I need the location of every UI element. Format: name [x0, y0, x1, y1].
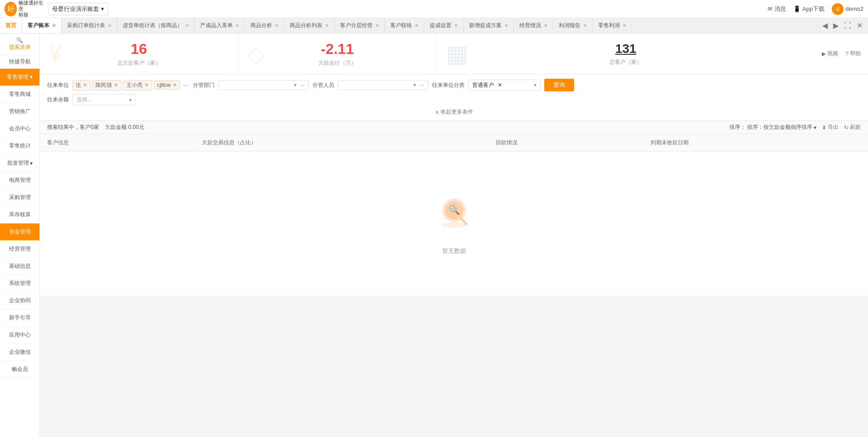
more-tags-btn[interactable]: ··· [182, 81, 189, 89]
filter-area: 往来单位 伍 ✕ 陈民强 ✕ 王小亮 ✕ cjttcw [40, 74, 868, 121]
remove-tag-wangxiaoliang[interactable]: ✕ [144, 82, 149, 88]
refresh-button[interactable]: ↻ 刷新 [844, 124, 861, 131]
message-icon: ✉ [767, 5, 772, 12]
more-person-icon[interactable]: ··· [420, 82, 424, 88]
sidebar-item-marketing[interactable]: 营销推广 [0, 103, 39, 120]
summary-bar: 搜索结果中，客户0家 欠款金额 0.00元 排序： 排序：按欠款金额倒序排序 ▾… [40, 121, 868, 134]
sidebar-item-retail-mgmt[interactable]: 零售管理 ▾ [0, 69, 39, 86]
workspace-selector[interactable]: 母婴行业演示账套 ▾ [48, 3, 108, 15]
tab-close-icon[interactable]: ✕ [504, 23, 508, 28]
tab-close-icon[interactable]: ✕ [185, 23, 189, 28]
sidebar-item-wechat[interactable]: 企业微信 [0, 344, 39, 361]
query-button[interactable]: 查询 [544, 79, 574, 91]
empty-text: 暂无数据 [442, 247, 466, 255]
remove-tag-chenminqiang[interactable]: ✕ [114, 82, 118, 88]
filter-tag-wu: 伍 ✕ [72, 80, 91, 90]
col-repayment: 回款情况 [489, 134, 643, 152]
sidebar-item-app-center[interactable]: 应用中心 [0, 327, 39, 344]
sidebar-search[interactable]: 🔍 搜索菜单 [0, 33, 39, 55]
tab-close-icon[interactable]: ✕ [375, 23, 379, 28]
sidebar-item-operations[interactable]: 经营管理 [0, 241, 39, 258]
tab-add-commission[interactable]: 新增提成方案 ✕ [464, 18, 514, 33]
sidebar-item-retail-store[interactable]: 零售商城 [0, 86, 39, 103]
tab-close-icon[interactable]: ✕ [583, 23, 587, 28]
filter-actions: ∧ 收起更多条件 [47, 108, 861, 116]
tab-product-analysis[interactable]: 商品分析 ✕ [245, 18, 284, 33]
filter-tag-wangxiaoliang: 王小亮 ✕ [123, 80, 152, 90]
sidebar-item-member[interactable]: 会员中心 [0, 120, 39, 138]
sidebar-item-ecommerce[interactable]: 电商管理 [0, 172, 39, 189]
message-action[interactable]: ✉ 消息 [767, 5, 786, 13]
tab-customer-account[interactable]: 客户账本 ✕ [22, 18, 62, 33]
tab-next-icon[interactable]: ▶ [831, 21, 840, 30]
tab-purchase-order[interactable]: 采购订单统计表 ✕ [62, 18, 117, 33]
more-dept-icon[interactable]: ··· [300, 82, 305, 88]
tab-product-entry[interactable]: 产成品入库单 ✕ [195, 18, 245, 33]
sort-selector[interactable]: 排序： 排序：按欠款金额倒序排序 ▾ [729, 124, 816, 131]
sidebar-item-member-vip[interactable]: 畅会员 [0, 361, 39, 378]
stat-bg-icon-3: ▦ [446, 40, 468, 67]
sidebar-item-inventory[interactable]: 库存核算 [0, 206, 39, 223]
tab-customer-layering[interactable]: 客户分层经营 ✕ [335, 18, 385, 33]
stat-total-debt: ◇ -2.11 欠款合计（万） [238, 33, 436, 74]
tab-close-all-icon[interactable]: ✕ [855, 21, 864, 30]
tab-prev-icon[interactable]: ◀ [820, 21, 830, 30]
sidebar-item-retail-stats[interactable]: 零售统计 [0, 138, 39, 155]
filter-unit-label: 往来单位 [47, 81, 69, 89]
tab-commission-settings[interactable]: 提成设置 ✕ [424, 18, 464, 33]
logo-area: 好 畅捷通好生意 标版 [5, 0, 44, 18]
sidebar-item-finance[interactable]: 资金管理 [0, 223, 39, 241]
tab-business-status[interactable]: 经营情况 ✕ [514, 18, 553, 33]
stat-right-actions: ▶ 视频 ? 帮助 [815, 33, 868, 74]
message-label: 消息 [774, 5, 786, 13]
phone-icon: 📱 [793, 5, 801, 12]
help-action[interactable]: ? 帮助 [845, 50, 861, 57]
filter-dept-select[interactable]: ▾ ··· [218, 80, 309, 90]
sidebar-quick-nav[interactable]: 快捷导航 [0, 55, 39, 69]
sidebar-item-wholesale[interactable]: 批发管理 ▾ [0, 155, 39, 172]
sidebar-item-enterprise[interactable]: 企业协同 [0, 292, 39, 309]
tab-purchase-stats[interactable]: 进货单统计表（按商品） ✕ [117, 18, 195, 33]
tab-retail-profit[interactable]: 零售利润 ✕ [593, 18, 632, 33]
remove-tag-cjttcw[interactable]: ✕ [173, 82, 177, 88]
user-action[interactable]: d demo2 [832, 3, 863, 15]
filter-unit-class-select[interactable]: 普通客户 ✕ ▾ [468, 80, 541, 91]
tab-close-icon[interactable]: ✕ [108, 23, 111, 28]
filter-row-1: 往来单位 伍 ✕ 陈民强 ✕ 王小亮 ✕ cjttcw [47, 79, 861, 91]
tab-bar-actions: ◀ ▶ ⛶ ✕ [817, 21, 868, 30]
tab-profit-report[interactable]: 利润报告 ✕ [553, 18, 593, 33]
export-button[interactable]: ⬇ 导出 [822, 124, 839, 131]
filter-person-select[interactable]: ▾ ··· [338, 80, 428, 90]
tab-close-icon[interactable]: ✕ [623, 23, 626, 28]
chevron-down-icon: ▾ [814, 124, 816, 131]
tab-close-icon[interactable]: ✕ [275, 23, 278, 28]
sidebar-item-system[interactable]: 系统管理 [0, 275, 39, 292]
tab-close-icon[interactable]: ✕ [52, 23, 56, 28]
tab-close-icon[interactable]: ✕ [454, 23, 458, 28]
username-label: demo2 [845, 5, 863, 12]
video-action[interactable]: ▶ 视频 [822, 50, 838, 57]
top-bar-right: ✉ 消息 📱 App下载 d demo2 [767, 3, 863, 15]
tab-expand-icon[interactable]: ⛶ [842, 22, 853, 30]
tab-close-icon[interactable]: ✕ [235, 23, 239, 28]
tab-close-icon[interactable]: ✕ [415, 23, 418, 28]
filter-balance-select[interactable]: 选择... ▾ [72, 94, 136, 105]
export-icon: ⬇ [822, 124, 826, 131]
stat-bg-icon-2: ◇ [247, 40, 265, 67]
tab-close-icon[interactable]: ✕ [325, 23, 329, 28]
refresh-icon: ↻ [844, 124, 849, 131]
sidebar-item-guide[interactable]: 新手引导 [0, 309, 39, 327]
remove-unit-class[interactable]: ✕ [498, 82, 502, 88]
tab-home[interactable]: 首页 [0, 18, 22, 33]
app-download-action[interactable]: 📱 App下载 [793, 5, 825, 13]
chevron-icon: ▾ [30, 74, 33, 80]
chevron-down-icon: ▾ [413, 82, 416, 88]
stat-bg-icon-1: ¥ [49, 40, 62, 67]
sidebar-item-basic-info[interactable]: 基础信息 [0, 258, 39, 275]
tab-close-icon[interactable]: ✕ [544, 23, 547, 28]
tab-product-analysis-list[interactable]: 商品分析列表 ✕ [284, 18, 335, 33]
collapse-button[interactable]: ∧ 收起更多条件 [435, 108, 473, 116]
sidebar-item-purchase[interactable]: 采购管理 [0, 189, 39, 206]
tab-customer-contact[interactable]: 客户联络 ✕ [385, 18, 424, 33]
remove-tag-wu[interactable]: ✕ [83, 82, 87, 88]
